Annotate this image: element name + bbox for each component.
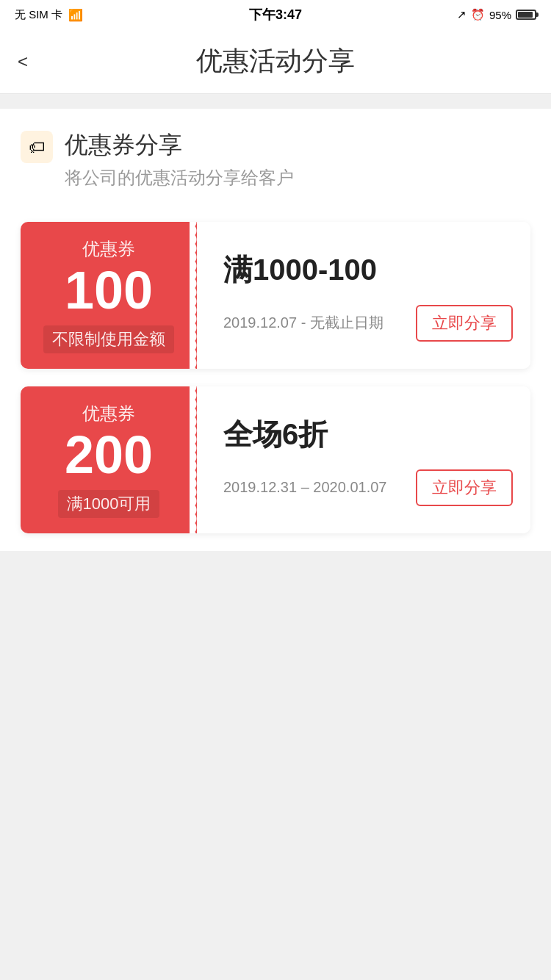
coupon-name-1: 满1000-100 (223, 250, 513, 290)
page-title: 优惠活动分享 (196, 43, 355, 79)
battery-fill (518, 12, 533, 18)
carrier-text: 无 SIM 卡 (15, 8, 62, 22)
battery-icon (516, 10, 536, 20)
status-right: ↗ ⏰ 95% (457, 8, 536, 21)
section-title: 优惠券分享 (65, 129, 294, 162)
coupon-label-2: 优惠券 (82, 402, 135, 425)
status-bar: 无 SIM 卡 📶 下午3:47 ↗ ⏰ 95% (0, 0, 551, 29)
page-background (0, 551, 551, 918)
section-text: 优惠券分享 将公司的优惠活动分享给客户 (65, 129, 294, 190)
coupon-card-2: 优惠券 200 满1000可用 全场6折 2019.12.31 – 2020.0… (21, 386, 530, 533)
coupon-right-1: 满1000-100 2019.12.07 - 无截止日期 立即分享 (197, 222, 530, 369)
status-time: 下午3:47 (249, 6, 302, 24)
share-button-2[interactable]: 立即分享 (416, 469, 513, 506)
section-subtitle: 将公司的优惠活动分享给客户 (65, 166, 294, 190)
coupon-card-1: 优惠券 100 不限制使用金额 满1000-100 2019.12.07 - 无… (21, 222, 530, 369)
coupon-dates-1: 2019.12.07 - 无截止日期 (223, 313, 383, 333)
coupons-list: 优惠券 100 不限制使用金额 满1000-100 2019.12.07 - 无… (0, 204, 551, 551)
section-header: 🏷 优惠券分享 将公司的优惠活动分享给客户 (0, 109, 551, 204)
coupon-meta-2: 2019.12.31 – 2020.01.07 立即分享 (223, 469, 513, 506)
coupon-dates-2: 2019.12.31 – 2020.01.07 (223, 479, 386, 496)
coupon-name-2: 全场6折 (223, 414, 513, 455)
coupon-condition-1: 不限制使用金额 (43, 325, 174, 353)
coupon-left-2: 优惠券 200 满1000可用 (21, 386, 197, 533)
wifi-icon: 📶 (68, 8, 83, 22)
coupon-left-1: 优惠券 100 不限制使用金额 (21, 222, 197, 369)
alarm-icon: ⏰ (471, 8, 485, 21)
coupon-label-1: 优惠券 (82, 237, 135, 261)
coupon-amount-1: 100 (65, 264, 153, 317)
svg-text:🏷: 🏷 (29, 138, 45, 156)
nav-bar: < 优惠活动分享 (0, 29, 551, 94)
coupon-right-2: 全场6折 2019.12.31 – 2020.01.07 立即分享 (197, 386, 530, 533)
coupon-meta-1: 2019.12.07 - 无截止日期 立即分享 (223, 305, 513, 342)
share-button-1[interactable]: 立即分享 (416, 305, 513, 342)
status-left: 无 SIM 卡 📶 (15, 8, 83, 22)
coupon-share-icon: 🏷 (21, 131, 53, 163)
coupon-amount-2: 200 (65, 428, 153, 481)
back-button[interactable]: < (18, 51, 28, 72)
location-icon: ↗ (457, 8, 467, 21)
battery-percent: 95% (489, 9, 511, 21)
coupon-condition-2: 满1000可用 (58, 490, 160, 518)
